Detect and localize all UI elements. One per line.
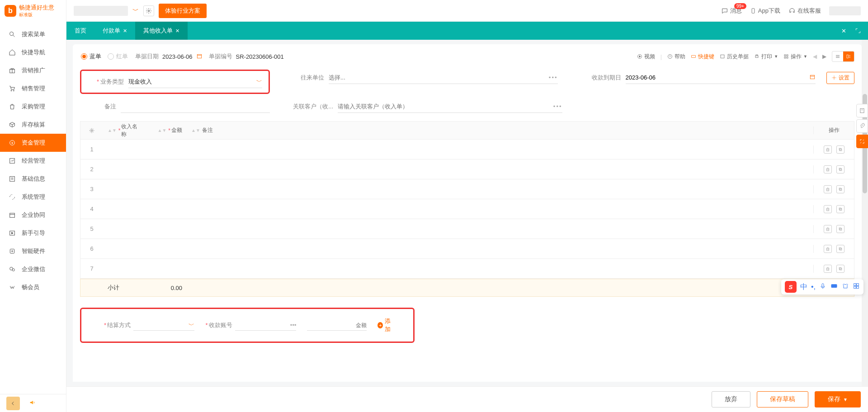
- settings-gear-button[interactable]: [143, 5, 154, 16]
- relate-customer-select[interactable]: •••: [338, 100, 562, 113]
- table-config-button[interactable]: [80, 127, 103, 134]
- float-note-button[interactable]: [856, 104, 868, 117]
- ime-punct-icon[interactable]: •,: [811, 283, 816, 291]
- nav-system[interactable]: 系统管理: [0, 188, 66, 206]
- nav-marketing[interactable]: 营销推广: [0, 61, 66, 80]
- nav-funds[interactable]: ¥资金管理: [0, 134, 66, 152]
- org-dropdown-caret[interactable]: ﹀: [132, 7, 139, 15]
- ime-mic-icon[interactable]: [819, 282, 826, 291]
- app-download-button[interactable]: App下载: [750, 7, 780, 15]
- radio-blue[interactable]: 蓝单: [81, 52, 101, 61]
- view-detail-button[interactable]: [843, 52, 854, 61]
- tab-expand-button[interactable]: [852, 24, 864, 37]
- delete-row-button[interactable]: [824, 165, 832, 173]
- radio-red[interactable]: 红单: [108, 52, 128, 61]
- close-icon[interactable]: ✕: [175, 28, 179, 34]
- settle-method-select[interactable]: ﹀: [133, 320, 194, 331]
- nav-hardware[interactable]: 智能硬件: [0, 242, 66, 260]
- nav-basic[interactable]: 基础信息: [0, 170, 66, 188]
- settle-amount-input[interactable]: [307, 322, 367, 328]
- operate-button[interactable]: 操作▼: [783, 53, 807, 61]
- tab-other-income[interactable]: 其他收入单✕: [135, 22, 188, 40]
- table-row[interactable]: 7: [80, 259, 854, 279]
- tab-payment[interactable]: 付款单✕: [94, 22, 135, 40]
- scrollbar[interactable]: [862, 40, 868, 386]
- sound-button[interactable]: [29, 399, 36, 407]
- print-button[interactable]: 打印▼: [754, 53, 778, 61]
- nav-collab[interactable]: 企业协同: [0, 206, 66, 224]
- messages-button[interactable]: 消息 99+: [721, 7, 742, 15]
- delete-row-button[interactable]: [824, 265, 832, 273]
- settle-amount-input-wrap[interactable]: [307, 320, 367, 331]
- ime-keyboard-icon[interactable]: [830, 282, 838, 291]
- doc-date-value[interactable]: 2023-06-06: [162, 53, 193, 60]
- history-button[interactable]: 历史单据: [720, 53, 749, 61]
- table-row[interactable]: 4: [80, 199, 854, 219]
- trial-button[interactable]: 体验行业方案: [159, 4, 207, 18]
- nav-business[interactable]: 经营管理: [0, 152, 66, 170]
- view-list-button[interactable]: [832, 52, 843, 61]
- more-icon[interactable]: •••: [290, 322, 297, 328]
- copy-row-button[interactable]: [836, 205, 844, 213]
- nav-quicknav[interactable]: 快捷导航: [0, 43, 66, 61]
- nav-wechat[interactable]: 企业微信: [0, 260, 66, 278]
- copy-row-button[interactable]: [836, 225, 844, 233]
- more-icon[interactable]: •••: [549, 74, 558, 81]
- col-remark[interactable]: ▲▼备注: [187, 126, 813, 134]
- table-row[interactable]: 5: [80, 219, 854, 239]
- nav-guide[interactable]: 新手引导: [0, 224, 66, 242]
- chevron-down-icon[interactable]: ﹀: [189, 321, 194, 329]
- copy-row-button[interactable]: [836, 265, 844, 273]
- due-date-input[interactable]: [626, 72, 810, 83]
- calendar-icon[interactable]: [196, 53, 203, 61]
- shortcut-button[interactable]: 快捷键: [691, 53, 714, 61]
- copy-row-button[interactable]: [836, 245, 844, 253]
- delete-row-button[interactable]: [824, 145, 832, 154]
- copy-row-button[interactable]: [836, 185, 844, 193]
- nav-member[interactable]: 畅会员: [0, 278, 66, 296]
- delete-row-button[interactable]: [824, 225, 832, 233]
- discard-button[interactable]: 放弃: [712, 391, 750, 407]
- calendar-icon[interactable]: [809, 74, 816, 81]
- more-icon[interactable]: •••: [553, 103, 562, 110]
- table-row[interactable]: 2: [80, 159, 854, 179]
- remark-input[interactable]: [121, 101, 270, 112]
- relate-customer-input[interactable]: [338, 101, 553, 112]
- add-settlement-button[interactable]: + 添加: [377, 317, 395, 333]
- close-icon[interactable]: ✕: [123, 28, 127, 34]
- ime-lang[interactable]: 中: [800, 282, 807, 292]
- user-placeholder[interactable]: [829, 6, 861, 15]
- tab-home[interactable]: 首页: [66, 22, 94, 40]
- settings-button[interactable]: 设置: [826, 72, 854, 84]
- nav-purchase[interactable]: 采购管理: [0, 98, 66, 116]
- delete-row-button[interactable]: [824, 185, 832, 193]
- table-row[interactable]: 3: [80, 179, 854, 199]
- video-button[interactable]: 视频: [637, 53, 655, 61]
- partner-input[interactable]: [329, 72, 549, 83]
- nav-inventory[interactable]: 库存核算: [0, 116, 66, 134]
- table-row[interactable]: 1: [80, 140, 854, 159]
- prev-button[interactable]: ◀: [813, 53, 817, 60]
- float-attach-button[interactable]: [856, 119, 868, 133]
- chevron-down-icon[interactable]: ﹀: [256, 78, 262, 86]
- ime-tools-icon[interactable]: [853, 282, 860, 291]
- delete-row-button[interactable]: [824, 245, 832, 253]
- partner-select[interactable]: •••: [329, 71, 558, 84]
- col-income-name[interactable]: ▲▼*收入名称: [103, 123, 146, 138]
- save-draft-button[interactable]: 保存草稿: [757, 391, 808, 407]
- col-amount[interactable]: ▲▼*金额: [146, 126, 187, 134]
- ime-floating-bar[interactable]: S 中 •,: [781, 279, 863, 295]
- help-button[interactable]: ?帮助: [667, 53, 685, 61]
- biz-type-input[interactable]: [128, 76, 256, 87]
- tab-close-all-button[interactable]: ✕: [837, 24, 850, 37]
- delete-row-button[interactable]: [824, 205, 832, 213]
- due-date-input-wrap[interactable]: [626, 71, 816, 84]
- support-button[interactable]: 在线客服: [788, 7, 821, 15]
- copy-row-button[interactable]: [836, 165, 844, 173]
- nav-sales[interactable]: 销售管理: [0, 80, 66, 98]
- float-expand-button[interactable]: [856, 135, 868, 148]
- copy-row-button[interactable]: [836, 145, 844, 154]
- collapse-button[interactable]: [6, 397, 20, 410]
- ime-skin-icon[interactable]: [842, 282, 849, 291]
- next-button[interactable]: ▶: [822, 53, 826, 60]
